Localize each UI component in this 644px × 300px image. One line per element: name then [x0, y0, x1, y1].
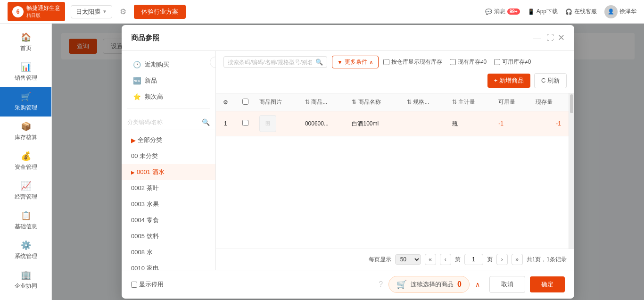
- sidebar-item-basic[interactable]: 📋 基础信息: [0, 206, 51, 235]
- select-all-checkbox[interactable]: [242, 99, 248, 105]
- category-0008-label: 0008 水: [131, 248, 153, 257]
- modal-minimize-icon[interactable]: —: [533, 33, 541, 42]
- page-word: 第: [455, 256, 461, 264]
- checkbox-available-input[interactable]: [494, 59, 500, 65]
- category-item-0001[interactable]: ▶ 0001 酒水: [122, 164, 215, 180]
- tab-frequent-label: 频次高: [145, 92, 163, 101]
- help-icon[interactable]: ?: [379, 280, 383, 289]
- product-search-icon[interactable]: 🔍: [315, 58, 323, 66]
- inventory-icon: 📦: [21, 121, 31, 132]
- tab-new-product[interactable]: 🆕 新品: [127, 73, 210, 89]
- sidebar-item-operation[interactable]: 📈 经营管理: [0, 176, 51, 206]
- category-item-0008[interactable]: 0008 水: [122, 244, 215, 260]
- confirm-btn[interactable]: 确定: [530, 276, 565, 292]
- category-item-0002[interactable]: 0002 茶叶: [122, 180, 215, 196]
- table-config-icon[interactable]: ⚙: [223, 99, 228, 106]
- expand-arrow-icon: ▶: [131, 137, 136, 144]
- message-icon: 💬: [485, 8, 492, 15]
- sidebar-label-sales: 销售管理: [15, 74, 37, 82]
- logo[interactable]: 6 畅捷通好生意 精日版: [8, 2, 65, 21]
- category-item-0005[interactable]: 0005 饮料: [122, 228, 215, 244]
- cancel-btn[interactable]: 取消: [489, 276, 525, 293]
- app-download-btn[interactable]: 📱 App下载: [528, 8, 558, 16]
- category-all[interactable]: ▶ 全部分类: [122, 132, 215, 148]
- page-number-input[interactable]: [464, 254, 483, 265]
- product-search-input[interactable]: [228, 59, 313, 66]
- checkbox-stock-nonzero[interactable]: 现有库存≠0: [450, 58, 487, 66]
- tab-recent-purchase[interactable]: 🕐 近期购买: [127, 57, 210, 73]
- sidebar-item-system[interactable]: ⚙️ 系统管理: [0, 235, 51, 265]
- sidebar-label-operation: 经营管理: [15, 193, 37, 201]
- new-icon: 🆕: [133, 77, 141, 84]
- gear-icon[interactable]: ⚙: [118, 5, 128, 18]
- filter-btn[interactable]: ▼ 更多条件 ∧: [332, 56, 379, 68]
- show-disabled-checkbox[interactable]: 显示停用: [131, 280, 164, 289]
- category-0001-arrow-icon: ▶: [131, 170, 135, 175]
- category-search-input[interactable]: [127, 119, 199, 125]
- product-table: ⚙ 商品图片: [216, 93, 569, 136]
- category-0002-label: 0002 茶叶: [131, 184, 159, 192]
- th-checkbox: [235, 93, 256, 111]
- vertical-scrollbar[interactable]: [569, 93, 574, 249]
- basic-icon: 📋: [21, 210, 31, 221]
- online-service-btn[interactable]: 🎧 在线客服: [565, 8, 597, 16]
- last-page-btn[interactable]: »: [512, 254, 523, 265]
- experience-btn[interactable]: 体验行业方案: [134, 5, 186, 19]
- category-item-00[interactable]: 00 未分类: [122, 148, 215, 164]
- modal-title: 商品参照: [131, 33, 159, 42]
- category-item-0004[interactable]: 0004 零食: [122, 212, 215, 228]
- first-page-btn[interactable]: «: [425, 254, 436, 265]
- cell-name: 白酒100ml: [348, 111, 403, 136]
- add-product-btn[interactable]: + 新增商品: [487, 74, 530, 88]
- next-page-btn[interactable]: ›: [496, 254, 508, 265]
- cart-count: 0: [457, 280, 462, 289]
- sort-icon-name: ⇅: [352, 99, 356, 105]
- refresh-btn[interactable]: C 刷新: [534, 73, 567, 88]
- category-search-area: 🔍: [122, 115, 215, 130]
- sidebar-item-home[interactable]: 🏠 首页: [0, 27, 51, 57]
- sort-icon-code: ⇅: [305, 99, 310, 105]
- nav-selector[interactable]: 日太阳膜 ▼: [71, 5, 112, 18]
- tab-frequent[interactable]: ⭐ 频次高: [127, 89, 210, 105]
- sidebar-item-guide[interactable]: 🎯 新手引导: [0, 295, 51, 300]
- sidebar-item-inventory[interactable]: 📦 库存核算: [0, 117, 51, 146]
- sidebar-item-purchase[interactable]: 🛒 采购管理: [0, 87, 51, 117]
- cart-collapse-icon[interactable]: ∧: [475, 281, 480, 288]
- prev-page-btn[interactable]: ‹: [440, 254, 451, 265]
- cell-checkbox[interactable]: [235, 111, 256, 136]
- messages-btn[interactable]: 💬 消息 99+: [485, 8, 520, 16]
- sidebar-item-sales[interactable]: 📊 销售管理: [0, 57, 51, 87]
- toolbar: 🔍 ▼ 更多条件 ∧ 按仓库显示现有库存: [216, 51, 574, 93]
- category-item-0003[interactable]: 0003 水果: [122, 196, 215, 212]
- modal-expand-icon[interactable]: ⛶: [546, 33, 554, 42]
- sidebar-item-collab[interactable]: 🏢 企业协同: [0, 265, 51, 295]
- user-area[interactable]: 👤 徐泽华: [604, 5, 636, 18]
- col-name-label: 商品名称: [358, 99, 381, 105]
- category-item-0010[interactable]: 0010 家电: [122, 260, 215, 270]
- checkbox-warehouse-input[interactable]: [383, 59, 389, 65]
- category-0003-label: 0003 水果: [131, 200, 159, 208]
- table-row[interactable]: 1 图 000600... 白: [216, 111, 569, 136]
- show-disabled-input[interactable]: [131, 282, 137, 288]
- cart-area[interactable]: 🛒 连续选择的商品 0: [388, 276, 470, 293]
- th-name[interactable]: ⇅ 商品名称: [348, 93, 403, 111]
- category-search-icon[interactable]: 🔍: [202, 118, 210, 126]
- cart-icon: 🛒: [396, 279, 407, 290]
- category-0001-label: 0001 酒水: [137, 168, 165, 176]
- main-layout: 🏠 首页 📊 销售管理 🛒 采购管理 📦 库存核算 💰 资金管理 📈 经营管理 …: [0, 24, 644, 300]
- cell-spec: [403, 111, 448, 136]
- scrollbar-thumb[interactable]: [570, 94, 573, 113]
- th-unit[interactable]: ⇅ 主计量: [448, 93, 495, 111]
- checkbox-available-nonzero[interactable]: 可用库存≠0: [494, 58, 531, 66]
- sidebar-item-finance[interactable]: 💰 资金管理: [0, 146, 51, 176]
- checkbox-warehouse-stock[interactable]: 按仓库显示现有库存: [383, 58, 442, 66]
- row-checkbox[interactable]: [242, 120, 248, 126]
- th-code[interactable]: ⇅ 商品...: [301, 93, 348, 111]
- modal-close-btn[interactable]: ✕: [558, 33, 565, 43]
- page-size-select[interactable]: 20 50 100 200: [395, 254, 421, 265]
- operation-icon: 📈: [21, 181, 31, 191]
- checkbox-stock-input[interactable]: [450, 59, 456, 65]
- purchase-icon: 🛒: [21, 92, 31, 102]
- th-config: ⚙: [216, 93, 235, 111]
- th-spec[interactable]: ⇅ 规格...: [403, 93, 448, 111]
